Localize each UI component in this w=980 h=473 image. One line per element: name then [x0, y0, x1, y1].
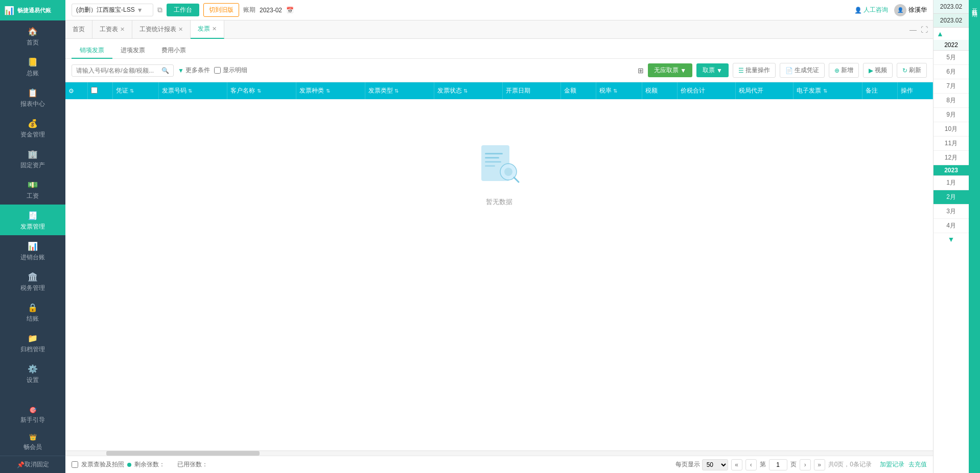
col-invoice-type[interactable]: 发票种类 ⇅	[296, 82, 365, 99]
month-2023-4[interactable]: 4月	[934, 219, 969, 233]
col-amount[interactable]: 金额	[561, 82, 596, 99]
sidebar-item-member[interactable]: 👑 畅会员	[0, 429, 65, 456]
salary-report-tab-close[interactable]: ✕	[178, 26, 183, 33]
salary-tab-close[interactable]: ✕	[120, 26, 125, 33]
table-wrapper: ⚙ 凭证 ⇅ 发票号码 ⇅ 客户名称 ⇅ 发票种类 ⇅ 发票类型 ⇅ 发票状态 …	[65, 82, 933, 451]
month-2022-8[interactable]: 8月	[934, 94, 969, 108]
sidebar-item-archive[interactable]: 📁 归档管理	[0, 327, 65, 358]
window-maximize-button[interactable]: ⛶	[921, 26, 928, 34]
invoice-check-checkbox[interactable]	[72, 461, 78, 468]
take-ticket-button[interactable]: 取票 ▼	[696, 63, 729, 77]
video-button[interactable]: ▶ 视频	[863, 63, 893, 78]
sidebar-item-invoice[interactable]: 🧾 发票管理	[0, 205, 65, 235]
prev-page-button[interactable]: ‹	[745, 459, 757, 470]
sidebar-item-guide[interactable]: 🎯 新手引导	[0, 401, 65, 429]
month-2022-6[interactable]: 6月	[934, 65, 969, 79]
col-checkbox[interactable]	[88, 82, 112, 99]
date-nav-up[interactable]: ▲	[937, 30, 944, 38]
per-page-selector[interactable]: 每页显示 50 10 20 100	[675, 459, 728, 470]
new-button[interactable]: ⊕ 新增	[829, 63, 859, 78]
sidebar-item-close[interactable]: 🔒 结账	[0, 297, 65, 327]
col-note[interactable]: 备注	[862, 82, 898, 99]
col-status[interactable]: 发票状态 ⇅	[434, 82, 503, 99]
sidebar-item-ledger[interactable]: 📒 总账	[0, 51, 65, 82]
scroll-thumb[interactable]	[106, 451, 260, 456]
date-nav-down-btn[interactable]: ▼	[948, 235, 955, 243]
batch-op-button[interactable]: ☰ 批量操作	[733, 63, 776, 78]
col-electronic[interactable]: 电子发票 ⇅	[794, 82, 862, 99]
month-2022-5[interactable]: 5月	[934, 51, 969, 65]
sidebar-item-settings[interactable]: ⚙️ 设置	[0, 358, 65, 389]
page-number-input[interactable]	[769, 459, 787, 470]
col-action[interactable]: 操作	[897, 82, 932, 99]
join-link[interactable]: 加盟记录	[880, 460, 904, 469]
tab-salary[interactable]: 工资表 ✕	[92, 20, 132, 39]
settings-icon: ⚙️	[28, 364, 38, 374]
next-page-button[interactable]: ›	[800, 459, 811, 470]
last-page-button[interactable]: »	[814, 459, 825, 470]
col-customer[interactable]: 客户名称 ⇅	[227, 82, 296, 99]
col-settings[interactable]: ⚙	[65, 82, 88, 99]
grid-icon[interactable]: ⊞	[638, 66, 644, 75]
search-box[interactable]: 🔍	[72, 64, 174, 77]
search-icon[interactable]: 🔍	[161, 67, 169, 74]
tab-home[interactable]: 首页	[65, 20, 92, 39]
company-selector[interactable]: (勿删）江西服宝-LSS ▼	[72, 4, 153, 16]
switch-version-button[interactable]: 切到旧版	[203, 3, 239, 17]
month-2022-9[interactable]: 9月	[934, 108, 969, 122]
col-invoice-no[interactable]: 发票号码 ⇅	[158, 82, 227, 99]
recharge-link[interactable]: 去充值	[908, 460, 927, 469]
show-detail-check[interactable]	[214, 67, 221, 74]
first-page-button[interactable]: «	[731, 459, 742, 470]
subtab-receipt[interactable]: 费用小票	[153, 43, 194, 59]
generate-voucher-button[interactable]: 📄 生成凭证	[780, 63, 825, 78]
col-tax-rate[interactable]: 税率 ⇅	[596, 82, 642, 99]
month-2023-1[interactable]: 1月	[934, 176, 969, 190]
open-period-panel[interactable]: 开账日期	[969, 0, 980, 473]
no-cancel-button[interactable]: 无应取票 ▼	[648, 63, 692, 77]
month-2022-7[interactable]: 7月	[934, 79, 969, 94]
support-link[interactable]: 👤 人工咨询	[854, 6, 888, 14]
remaining-label: 剩余张数：	[134, 460, 165, 469]
invoice-tab-close[interactable]: ✕	[212, 26, 217, 32]
month-2023-3[interactable]: 3月	[934, 205, 969, 219]
report-icon: 📋	[28, 88, 38, 98]
month-2022-12[interactable]: 12月	[934, 151, 969, 165]
horizontal-scrollbar[interactable]	[65, 451, 933, 456]
search-input[interactable]	[76, 67, 159, 74]
sidebar-item-fund[interactable]: 💰 资金管理	[0, 112, 65, 143]
subtab-sales-invoice[interactable]: 销项发票	[72, 43, 112, 59]
sidebar-item-tax[interactable]: 🏛️ 税务管理	[0, 266, 65, 297]
refresh-label: 刷新	[909, 66, 921, 75]
per-page-select[interactable]: 50 10 20 100	[702, 459, 728, 470]
col-invoice-category[interactable]: 发票类型 ⇅	[365, 82, 434, 99]
col-voucher[interactable]: 凭证 ⇅	[112, 82, 158, 99]
sidebar-item-home[interactable]: 🏠 首页	[0, 20, 65, 51]
subtab-purchase-invoice[interactable]: 进项发票	[112, 43, 153, 59]
user-info[interactable]: 👤 徐溪华	[894, 4, 927, 16]
month-2022-11[interactable]: 11月	[934, 137, 969, 151]
sidebar-item-sales[interactable]: 📊 进销台账	[0, 235, 65, 266]
sidebar-item-salary[interactable]: 💵 工资	[0, 174, 65, 205]
window-minimize-button[interactable]: —	[909, 26, 917, 34]
sidebar-cancel-fixed[interactable]: 📌 取消固定	[0, 456, 65, 473]
sidebar-item-report[interactable]: 📋 报表中心	[0, 82, 65, 112]
workspace-button[interactable]: 工作台	[167, 4, 199, 16]
col-tax[interactable]: 税额	[642, 82, 678, 99]
calendar-icon[interactable]: 📅	[286, 7, 294, 14]
col-date[interactable]: 开票日期	[503, 82, 561, 99]
copy-icon[interactable]: ⧉	[157, 6, 162, 14]
filter-button[interactable]: ▼ 更多条件	[178, 66, 210, 75]
sidebar-item-fixed-asset[interactable]: 🏢 固定资产	[0, 143, 65, 174]
refresh-button[interactable]: ↻ 刷新	[897, 63, 927, 78]
col-total[interactable]: 价税合计	[678, 82, 736, 99]
month-2023-2[interactable]: 2月	[934, 190, 969, 205]
date-panel-header-row1: 2023.02	[934, 0, 969, 14]
tab-invoice[interactable]: 发票 ✕	[191, 20, 224, 39]
per-page-label: 每页显示	[675, 460, 700, 469]
tab-salary-report[interactable]: 工资统计报表 ✕	[132, 20, 191, 39]
select-all-checkbox[interactable]	[91, 87, 98, 94]
col-tax-open[interactable]: 税局代开	[735, 82, 794, 99]
month-2022-10[interactable]: 10月	[934, 122, 969, 137]
show-detail-checkbox[interactable]: 显示明细	[214, 66, 247, 75]
